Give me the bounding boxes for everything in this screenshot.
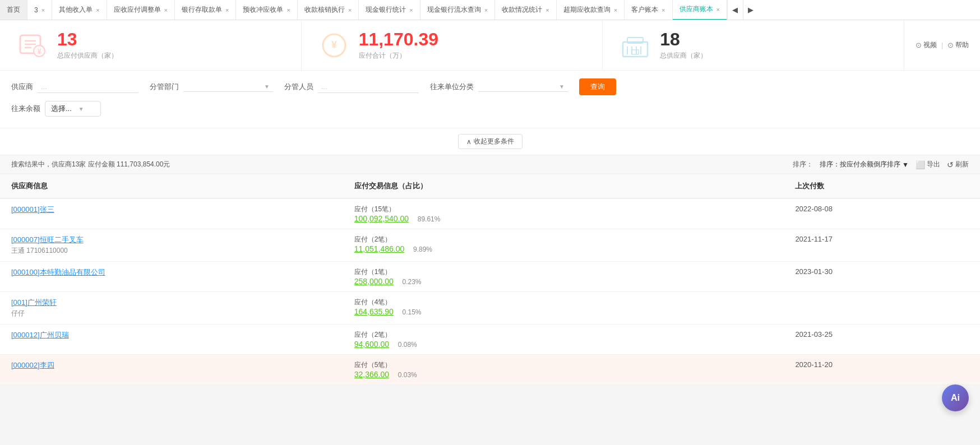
dept-dropdown-icon: ▼ bbox=[264, 84, 270, 90]
nav-tab-advance-offset-label: 预收冲应收单 bbox=[243, 5, 283, 15]
video-link[interactable]: ⊙ 视频 bbox=[916, 40, 937, 50]
supplier-info-cell: [000100]本特勤油品有限公司 bbox=[0, 262, 343, 292]
close-icon[interactable]: × bbox=[41, 7, 45, 13]
last-pay-date: 2021-03-25 bbox=[795, 330, 833, 339]
ai-assistant-button[interactable]: Ai bbox=[942, 384, 969, 411]
close-icon[interactable]: × bbox=[546, 7, 549, 13]
supplier-link[interactable]: [000012]广州贝瑞 bbox=[11, 331, 69, 339]
nav-tab-home-label: 首页 bbox=[7, 5, 20, 15]
table-row: [000012]广州贝瑞应付（2笔） 94,600.00 0.08% 2021-… bbox=[0, 325, 980, 355]
person-filter-label: 分管人员 bbox=[284, 82, 313, 92]
col-header-last-pay: 上次付数 bbox=[784, 174, 980, 198]
payable-total-label: 应付合计（万） bbox=[359, 51, 438, 61]
nav-tab-cash-bank-stat[interactable]: 现金银行统计 × bbox=[359, 0, 420, 20]
payable-label: 应付（5笔） bbox=[354, 360, 773, 370]
nav-tab-home[interactable]: 首页 bbox=[0, 0, 27, 20]
payable-pct: 9.89% bbox=[413, 245, 432, 253]
svg-rect-14 bbox=[632, 50, 639, 54]
table-row: [001]广州荣轩仔仔应付（4笔） 164,635.90 0.15% bbox=[0, 292, 980, 325]
sort-button[interactable]: 排序：按应付余额倒序排序 ▼ bbox=[820, 160, 909, 169]
payable-amount[interactable]: 100,092,540.00 bbox=[354, 214, 409, 223]
refresh-icon: ↺ bbox=[947, 160, 954, 169]
nav-tab-cash-bank-stat-label: 现金银行统计 bbox=[366, 5, 406, 15]
nav-tab-overdue-query-label: 超期应收款查询 bbox=[563, 5, 611, 15]
export-button[interactable]: ⬜ 导出 bbox=[916, 160, 940, 169]
supplier-info-cell: [000012]广州贝瑞 bbox=[0, 325, 343, 355]
category-select[interactable]: ▼ bbox=[478, 82, 568, 92]
close-icon[interactable]: × bbox=[614, 7, 617, 13]
nav-tab-cash-flow-query-label: 现金银行流水查询 bbox=[427, 5, 481, 15]
nav-tab-3-label: 3 bbox=[34, 6, 38, 14]
result-bar: 搜索结果中，供应商13家 应付金额 111,703,854.00元 排序： 排序… bbox=[0, 155, 980, 174]
payable-info-cell: 应付（4笔） 164,635.90 0.15% bbox=[343, 292, 784, 325]
close-icon[interactable]: × bbox=[348, 7, 352, 13]
payable-pct: 0.23% bbox=[403, 278, 422, 286]
export-icon: ⬜ bbox=[916, 160, 925, 169]
supplier-link[interactable]: [000002]李四 bbox=[11, 361, 54, 369]
last-pay-date: 2022-08-08 bbox=[795, 205, 833, 213]
payable-amount[interactable]: 11,051,486.00 bbox=[354, 244, 405, 253]
table-container: 供应商信息 应付交易信息（占比） 上次付数 [000001]张三应付（15笔） … bbox=[0, 174, 980, 445]
close-icon[interactable]: × bbox=[225, 7, 229, 13]
last-pay-cell: 2022-08-08 bbox=[784, 198, 980, 229]
close-icon[interactable]: × bbox=[716, 6, 720, 13]
nav-tab-3[interactable]: 3 × bbox=[27, 0, 52, 20]
dept-select[interactable]: ▼ bbox=[183, 82, 273, 92]
nav-tab-overdue-query[interactable]: 超期应收款查询 × bbox=[557, 0, 625, 20]
category-filter-label: 往来单位分类 bbox=[430, 82, 474, 92]
close-icon[interactable]: × bbox=[286, 7, 290, 13]
data-table: 供应商信息 应付交易信息（占比） 上次付数 [000001]张三应付（15笔） … bbox=[0, 174, 980, 385]
supplier-info-cell: [000001]张三 bbox=[0, 198, 343, 229]
supplier-link[interactable]: [000007]恒旺二手叉车 bbox=[11, 235, 84, 244]
close-icon[interactable]: × bbox=[484, 7, 488, 13]
nav-tab-ar-ap-adjust[interactable]: 应收应付调整单 × bbox=[107, 0, 175, 20]
close-icon[interactable]: × bbox=[96, 7, 99, 13]
nav-tab-collection-exec[interactable]: 收款核销执行 × bbox=[298, 0, 359, 20]
table-body: [000001]张三应付（15笔） 100,092,540.00 89.61% … bbox=[0, 198, 980, 385]
supplier-info-cell: [000007]恒旺二手叉车王通 17106110000 bbox=[0, 229, 343, 262]
summary-card-payable-suppliers: ¥ 13 总应付供应商（家） bbox=[0, 20, 302, 70]
nav-tab-cash-flow-query[interactable]: 现金银行流水查询 × bbox=[420, 0, 495, 20]
help-link[interactable]: ⊙ 帮助 bbox=[947, 40, 969, 50]
last-pay-cell: 2021-03-25 bbox=[784, 325, 980, 355]
close-icon[interactable]: × bbox=[164, 7, 168, 13]
payable-amount[interactable]: 258,000.00 bbox=[354, 277, 394, 286]
payable-amount[interactable]: 32,366.00 bbox=[354, 370, 389, 379]
balance-select[interactable]: 选择... ▼ bbox=[45, 101, 101, 117]
category-dropdown-icon: ▼ bbox=[559, 84, 565, 90]
supplier-input[interactable] bbox=[38, 81, 138, 93]
person-input[interactable] bbox=[318, 81, 419, 93]
supplier-link[interactable]: [000100]本特勤油品有限公司 bbox=[11, 268, 105, 276]
col-header-payable: 应付交易信息（占比） bbox=[343, 174, 784, 198]
nav-tab-collection-stat[interactable]: 收款情况统计 × bbox=[495, 0, 556, 20]
payable-info-cell: 应付（2笔） 11,051,486.00 9.89% bbox=[343, 229, 784, 262]
summary-card-total-suppliers: 18 总供应商（家） bbox=[603, 20, 904, 70]
payable-amount[interactable]: 164,635.90 bbox=[354, 307, 394, 316]
nav-tab-ar-ap-adjust-label: 应收应付调整单 bbox=[114, 5, 161, 15]
supplier-link[interactable]: [001]广州荣轩 bbox=[11, 298, 57, 307]
nav-tab-customer-ledger[interactable]: 客户账本 × bbox=[625, 0, 672, 20]
last-pay-cell: 2021-11-17 bbox=[784, 229, 980, 262]
nav-arrow-left[interactable]: ◀ bbox=[727, 0, 743, 20]
payable-amount[interactable]: 94,600.00 bbox=[354, 340, 389, 349]
nav-tab-bank-deposit[interactable]: 银行存取款单 × bbox=[175, 0, 236, 20]
close-icon[interactable]: × bbox=[409, 7, 413, 13]
nav-tab-advance-offset[interactable]: 预收冲应收单 × bbox=[236, 0, 297, 20]
payable-pct: 0.15% bbox=[403, 308, 422, 316]
close-icon[interactable]: × bbox=[662, 7, 665, 13]
refresh-button[interactable]: ↺ 刷新 bbox=[947, 160, 969, 169]
payable-info-cell: 应付（2笔） 94,600.00 0.08% bbox=[343, 325, 784, 355]
supplier-link[interactable]: [000001]张三 bbox=[11, 205, 54, 214]
chevron-up-icon: ∧ bbox=[466, 138, 471, 146]
result-summary: 搜索结果中，供应商13家 应付金额 111,703,854.00元 bbox=[11, 160, 170, 169]
summary-bar: ¥ 13 总应付供应商（家） ¥ 11,170.39 应付合计（万） bbox=[0, 20, 980, 71]
balance-filter-label: 往来余额 bbox=[11, 104, 40, 114]
nav-arrow-right[interactable]: ▶ bbox=[743, 0, 759, 20]
nav-tab-other-income[interactable]: 其他收入单 × bbox=[52, 0, 107, 20]
query-button[interactable]: 查询 bbox=[579, 78, 616, 95]
nav-tab-supplier-ledger[interactable]: 供应商账本 × bbox=[673, 0, 727, 20]
collapse-row: ∧ 收起更多条件 bbox=[0, 128, 980, 155]
supplier-info-cell: [001]广州荣轩仔仔 bbox=[0, 292, 343, 325]
collapse-button[interactable]: ∧ 收起更多条件 bbox=[458, 134, 523, 149]
nav-tab-other-income-label: 其他收入单 bbox=[59, 5, 93, 15]
